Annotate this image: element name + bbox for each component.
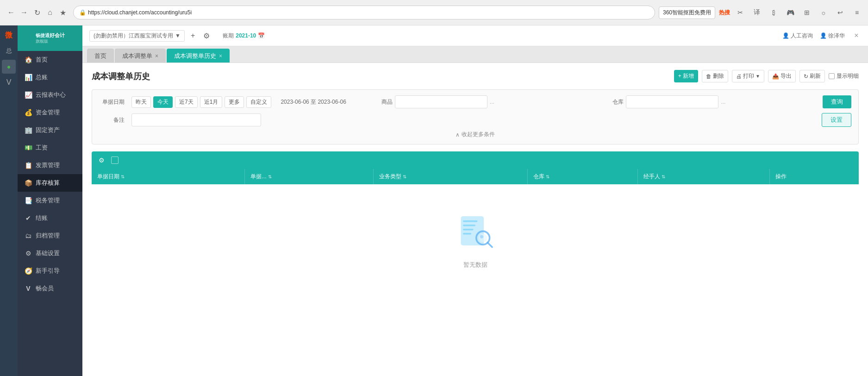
topbar-settings-icon[interactable]: ⚙ bbox=[201, 31, 212, 40]
menu-icon[interactable]: ≡ bbox=[850, 6, 863, 19]
settings-btn[interactable]: 设置 bbox=[822, 113, 851, 127]
col-biz-type[interactable]: 业务类型 ⇅ bbox=[374, 169, 528, 184]
export-btn[interactable]: 📤 导出 bbox=[768, 70, 796, 82]
sidebar-item-settle[interactable]: ✔ 结账 bbox=[18, 209, 82, 227]
sidebar-item-settings[interactable]: ⚙ 基础设置 bbox=[18, 244, 82, 262]
date-yesterday[interactable]: 昨天 bbox=[131, 96, 151, 108]
col-actions: 操作 bbox=[770, 169, 859, 184]
col-date[interactable]: 单据日期 ⇅ bbox=[92, 169, 245, 184]
report-icon: 📈 bbox=[25, 91, 32, 99]
service-label: 人工咨询 bbox=[791, 32, 813, 40]
tab-cost-adjust-close[interactable]: × bbox=[155, 53, 158, 59]
col-handler[interactable]: 经手人 ⇅ bbox=[637, 169, 769, 184]
sidebar-item-ledger[interactable]: 📊 总账 bbox=[18, 69, 82, 86]
topbar-close-btn[interactable]: × bbox=[852, 31, 861, 40]
game-icon[interactable]: 🎮 bbox=[784, 6, 797, 19]
table-container: ⚙ 单据日期 ⇅ bbox=[92, 151, 859, 297]
date-1month[interactable]: 近1月 bbox=[200, 96, 223, 108]
display-checkbox[interactable] bbox=[829, 73, 835, 79]
url-bar[interactable]: 🔒 https://cloud.chanjet.com/accounting/u… bbox=[73, 6, 655, 19]
tab-cost-adjust-history[interactable]: 成本调整单历史 × bbox=[167, 49, 230, 63]
calendar-icon[interactable]: 📅 bbox=[258, 32, 265, 39]
main-area: (勿删勿禁用）江西服宝测试专用 ▼ + ⚙ 账期 2021-10 📅 👤 人工咨… bbox=[82, 25, 868, 376]
company-selector[interactable]: (勿删勿禁用）江西服宝测试专用 ▼ bbox=[89, 30, 185, 42]
goods-more-btn[interactable]: ... bbox=[490, 99, 494, 105]
archive-icon: 🗂 bbox=[25, 232, 32, 239]
col-warehouse[interactable]: 仓库 ⇅ bbox=[527, 169, 637, 184]
date-range-text: 2023-06-06 至 2023-06-06 bbox=[281, 98, 346, 106]
refresh-button[interactable]: ↻ bbox=[31, 6, 44, 19]
strip-item2[interactable]: 总 bbox=[2, 44, 16, 58]
scissors-icon[interactable]: ✂ bbox=[734, 6, 747, 19]
tab-home[interactable]: 首页 bbox=[87, 49, 114, 63]
remarks-input[interactable] bbox=[131, 113, 261, 126]
page-title: 成本调整单历史 bbox=[92, 71, 150, 82]
undo-icon[interactable]: ↩ bbox=[834, 6, 847, 19]
date-custom[interactable]: 自定义 bbox=[246, 96, 271, 108]
warehouse-more-btn[interactable]: ... bbox=[721, 99, 725, 105]
star-button[interactable]: ★ bbox=[56, 6, 69, 19]
tab-cost-adjust-history-close[interactable]: × bbox=[219, 53, 222, 59]
page-content: 成本调整单历史 + 新增 🗑 删除 🖨 打印 ▼ 📤 导出 bbox=[82, 63, 868, 376]
table-settings-icon[interactable]: ⚙ bbox=[96, 155, 106, 165]
logo-text: 畅捷通好会计 bbox=[36, 32, 65, 38]
table-header-row: 单据日期 ⇅ 单据... ⇅ bbox=[92, 169, 859, 184]
sidebar-item-report[interactable]: 📈 云报表中心 bbox=[18, 86, 82, 104]
svg-point-6 bbox=[479, 234, 487, 242]
service-btn[interactable]: 👤 人工咨询 bbox=[782, 32, 813, 40]
delete-btn[interactable]: 🗑 删除 bbox=[702, 70, 728, 82]
select-all-checkbox[interactable] bbox=[111, 157, 119, 164]
sidebar-item-home[interactable]: 🏠 首页 bbox=[18, 51, 82, 69]
sidebar-item-label: 归档管理 bbox=[36, 232, 60, 240]
svg-line-7 bbox=[487, 243, 492, 247]
date-7days[interactable]: 近7天 bbox=[175, 96, 198, 108]
period-label: 账期 bbox=[223, 32, 234, 40]
new-btn[interactable]: + 新增 bbox=[674, 70, 698, 82]
date-today[interactable]: 今天 bbox=[153, 96, 173, 108]
sidebar-item-inventory[interactable]: 📦 库存核算 bbox=[18, 174, 82, 192]
forward-button[interactable]: → bbox=[18, 6, 31, 19]
sidebar-item-salary[interactable]: 💵 工资 bbox=[18, 139, 82, 157]
refresh-btn[interactable]: ↻ 刷新 bbox=[799, 70, 825, 82]
strip-item3[interactable]: ● bbox=[2, 60, 16, 74]
sidebar-item-fund[interactable]: 💰 资金管理 bbox=[18, 104, 82, 121]
col-doc-num[interactable]: 单据... ⇅ bbox=[245, 169, 374, 184]
date-more[interactable]: 更多 bbox=[225, 96, 244, 108]
user-btn[interactable]: 👤 徐泽华 bbox=[820, 32, 845, 40]
tab-cost-adjust[interactable]: 成本调整单 × bbox=[115, 49, 166, 63]
strip-item4[interactable]: V bbox=[2, 75, 16, 89]
sidebar-item-label: 基础设置 bbox=[36, 249, 60, 257]
translate-icon[interactable]: 译 bbox=[750, 6, 763, 19]
topbar-right: 👤 人工咨询 👤 徐泽华 × bbox=[782, 31, 861, 40]
query-btn[interactable]: 查询 bbox=[823, 95, 851, 108]
sidebar-item-invoice[interactable]: 📋 发票管理 bbox=[18, 157, 82, 174]
sidebar-item-archive[interactable]: 🗂 归档管理 bbox=[18, 227, 82, 244]
sort-warehouse-icon: ⇅ bbox=[546, 174, 550, 179]
apps-icon[interactable]: ⊞ bbox=[800, 6, 813, 19]
delete-icon: 🗑 bbox=[706, 73, 712, 80]
sidebar-item-member[interactable]: V 畅会员 bbox=[18, 280, 82, 297]
svg-point-8 bbox=[480, 235, 483, 238]
topbar: (勿删勿禁用）江西服宝测试专用 ▼ + ⚙ 账期 2021-10 📅 👤 人工咨… bbox=[82, 25, 868, 46]
print-btn[interactable]: 🖨 打印 ▼ bbox=[732, 70, 764, 82]
wallet-icon[interactable]: ₿ bbox=[767, 6, 780, 19]
brightness-icon[interactable]: ☼ bbox=[817, 6, 830, 19]
home-button[interactable]: ⌂ bbox=[44, 6, 56, 19]
sidebar-nav: 🏠 首页 📊 总账 📈 云报表中心 💰 资金管理 🏢 固定资产 💵 工资 bbox=[18, 51, 82, 376]
hot-search-label: 热搜 bbox=[719, 9, 730, 17]
warehouse-input[interactable] bbox=[626, 95, 718, 108]
browser-toolbar-right: 360智能抠图免费用 热搜 ✂ 译 ₿ 🎮 ⊞ ☼ ↩ ≡ bbox=[659, 6, 863, 19]
sidebar-item-guide[interactable]: 🧭 新手引导 bbox=[18, 262, 82, 280]
tab-home-label: 首页 bbox=[94, 52, 106, 60]
sidebar-item-tax[interactable]: 📑 税务管理 bbox=[18, 192, 82, 209]
empty-text: 暂无数据 bbox=[463, 261, 487, 269]
secure-icon: 🔒 bbox=[79, 9, 86, 16]
back-button[interactable]: ← bbox=[5, 6, 18, 19]
sidebar-item-asset[interactable]: 🏢 固定资产 bbox=[18, 121, 82, 139]
add-tab-btn[interactable]: + bbox=[188, 31, 197, 40]
goods-input[interactable] bbox=[395, 95, 487, 108]
360-search[interactable]: 360智能抠图免费用 bbox=[659, 6, 715, 19]
collapse-btn[interactable]: ∧ 收起更多条件 bbox=[456, 131, 495, 138]
topbar-left: (勿删勿禁用）江西服宝测试专用 ▼ + ⚙ 账期 2021-10 📅 bbox=[89, 30, 265, 42]
strip-weibo[interactable]: 微 bbox=[2, 28, 16, 42]
